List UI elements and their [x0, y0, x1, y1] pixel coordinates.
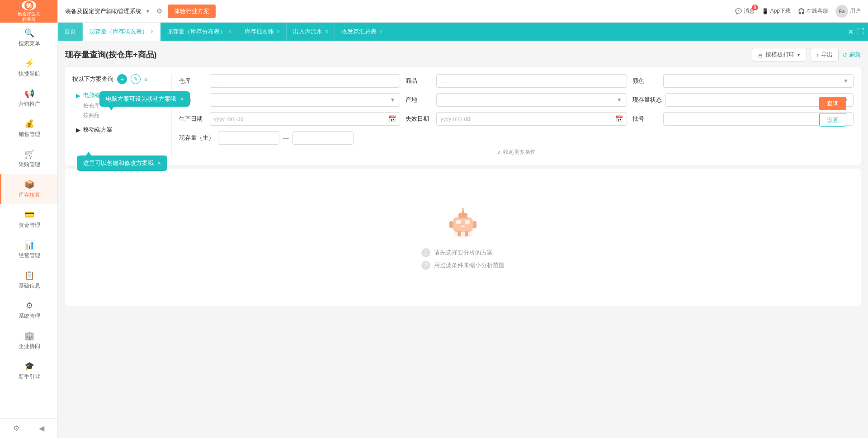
- topbar: 装备及固定资产辅助管理系统 ▼ ⚙ 体验行业方案 💬 消息 8 📱 App下载 …: [58, 0, 868, 23]
- svg-rect-11: [473, 221, 476, 228]
- filter-size: 尺码 ▼: [179, 93, 400, 107]
- filter-arrow-btn[interactable]: «: [144, 75, 148, 83]
- filter-goods: 商品 ...: [406, 74, 627, 88]
- headset-icon: 🎧: [798, 8, 805, 14]
- filter-row-3: 生产日期 yyyy-mm-dd 📅 失效日期 yyyy-mm-dd: [179, 112, 854, 126]
- svg-rect-10: [449, 221, 453, 228]
- sidebar-item-marketing[interactable]: 📢 营销推广: [0, 83, 57, 113]
- sidebar-item-enterprise[interactable]: 🏢 企业协同: [0, 325, 57, 356]
- page-actions: 🖨 按模板打印 ▼ ↑ 导出 ↺ 刷新: [752, 48, 861, 61]
- industry-btn[interactable]: 体验行业方案: [168, 5, 216, 18]
- tab-close-in-out-flow[interactable]: ×: [325, 28, 328, 35]
- sidebar-item-sales[interactable]: 💰 销售管理: [0, 113, 57, 144]
- stock-min-input[interactable]: [218, 131, 279, 145]
- tab-close-inventory-status[interactable]: ×: [151, 28, 154, 35]
- topbar-settings-icon[interactable]: ⚙: [156, 7, 162, 15]
- sidebar-item-operations[interactable]: 📊 经营管理: [0, 235, 57, 265]
- system-selector[interactable]: 装备及固定资产辅助管理系统 ▼: [65, 7, 151, 15]
- tooltip2-close[interactable]: ×: [157, 160, 161, 167]
- scheme-desktop-arrow: ▶: [76, 92, 80, 99]
- printer-icon: 🖨: [758, 52, 764, 58]
- svg-rect-4: [456, 220, 461, 224]
- svg-text:畅: 畅: [26, 2, 32, 9]
- avatar: Ea: [835, 5, 848, 18]
- marketing-icon: 📢: [24, 89, 34, 99]
- filter-panel: 按以下方案查询 + ✎ « 电脑方案可设为移动方案哦 × ▶ 电脑端方案: [65, 67, 861, 165]
- filter-settings-btn[interactable]: 设置: [819, 113, 846, 127]
- sidebar-collapse-btn[interactable]: ◀: [39, 424, 44, 433]
- filter-expire-date: 失效日期 yyyy-mm-dd 📅: [406, 112, 627, 126]
- filter-add-btn[interactable]: +: [117, 74, 127, 84]
- logo-icon: 畅: [22, 0, 36, 10]
- tooltip-desktop-scheme: 电脑方案可设为移动方案哦 ×: [99, 91, 190, 107]
- sidebar-item-guide[interactable]: 🎓 新手引导: [0, 356, 57, 386]
- tab-inventory-dist[interactable]: 现存量（库存分布表） ×: [160, 23, 238, 41]
- tab-home[interactable]: 首页: [58, 23, 83, 41]
- empty-icon: [445, 205, 481, 241]
- scheme-mobile-arrow: ▶: [76, 127, 80, 133]
- collapse-row: ∧ 收起更多条件: [179, 145, 854, 158]
- sidebar-item-basic-info[interactable]: 📋 基础信息: [0, 265, 57, 295]
- svg-rect-5: [465, 220, 470, 224]
- notice-badge: 8: [752, 5, 758, 10]
- collapse-btn[interactable]: ∧ 收起更多条件: [497, 148, 536, 156]
- system-dropdown-icon[interactable]: ▼: [145, 8, 151, 14]
- sidebar-item-quick-nav[interactable]: ⚡ 快捷导航: [0, 53, 57, 83]
- filter-header: 按以下方案查询 + ✎ «: [72, 74, 166, 84]
- svg-point-9: [462, 208, 464, 211]
- inventory-icon: 📦: [24, 179, 34, 189]
- tab-close-receive-send[interactable]: ×: [379, 28, 382, 35]
- tab-close-batch-ledger[interactable]: ×: [277, 28, 280, 35]
- notice-btn[interactable]: 💬 消息 8: [735, 7, 755, 15]
- page-header: 现存量查询(按仓库+商品) 🖨 按模板打印 ▼ ↑ 导出 ↺ 刷新: [65, 48, 861, 61]
- template-print-btn[interactable]: 🖨 按模板打印 ▼: [752, 48, 807, 61]
- tabbar-actions: ✕ ⛶: [844, 28, 868, 36]
- produce-date-input[interactable]: yyyy-mm-dd 📅: [210, 112, 400, 126]
- sidebar-settings-btn[interactable]: ⚙: [13, 424, 19, 433]
- filter-edit-btn[interactable]: ✎: [131, 74, 141, 84]
- tab-in-out-flow[interactable]: 出入库流水 ×: [287, 23, 335, 41]
- sidebar-bottom: ⚙ ◀: [0, 418, 57, 438]
- stock-max-input[interactable]: [292, 131, 354, 145]
- scheme-desktop-sub2[interactable]: 按商品: [72, 111, 166, 120]
- filter-row-2: 尺码 ▼ 产地 ▼: [179, 93, 854, 107]
- svg-rect-8: [462, 210, 464, 214]
- online-service-btn[interactable]: 🎧 在线客服: [798, 7, 828, 15]
- sidebar-item-system[interactable]: ⚙ 系统管理: [0, 295, 57, 325]
- sidebar-item-inventory[interactable]: 📦 库存核算: [0, 174, 57, 204]
- origin-select[interactable]: ▼: [436, 93, 627, 107]
- svg-rect-13: [465, 231, 468, 236]
- logo-label: 畅通好生意 标准版: [18, 11, 40, 22]
- sidebar: 畅 畅通好生意 标准版 🔍 搜索菜单 ⚡ 快捷导航 📢 营销推广 💰 销售管理 …: [0, 0, 58, 438]
- tab-close-all-btn[interactable]: ✕: [848, 28, 854, 36]
- color-select[interactable]: ▼: [663, 74, 854, 88]
- warehouse-input[interactable]: ...: [210, 74, 400, 88]
- tooltip1-close[interactable]: ×: [180, 95, 184, 103]
- tab-receive-send[interactable]: 收发存汇总表 ×: [335, 23, 389, 41]
- tab-close-inventory-dist[interactable]: ×: [228, 28, 231, 35]
- tab-batch-ledger[interactable]: 库存批次账 ×: [238, 23, 287, 41]
- scheme-mobile[interactable]: ▶ 移动端方案: [72, 124, 166, 136]
- tab-inventory-status[interactable]: 现存量（库存状况表） ×: [83, 23, 160, 41]
- enterprise-icon: 🏢: [24, 331, 34, 341]
- topbar-right: 💬 消息 8 📱 App下载 🎧 在线客服 Ea 用户: [735, 5, 861, 18]
- content-area: 现存量查询(按仓库+商品) 🖨 按模板打印 ▼ ↑ 导出 ↺ 刷新: [58, 41, 868, 438]
- sidebar-item-search[interactable]: 🔍 搜索菜单: [0, 23, 57, 53]
- tab-fullscreen-btn[interactable]: ⛶: [857, 28, 864, 36]
- svg-rect-12: [458, 231, 461, 236]
- sidebar-item-purchase[interactable]: 🛒 采购管理: [0, 144, 57, 174]
- sidebar-item-finance[interactable]: 💳 资金管理: [0, 204, 57, 235]
- filter-row-1: 仓库 ... 商品 ...: [179, 74, 854, 88]
- user-menu[interactable]: Ea 用户: [835, 5, 861, 18]
- refresh-btn[interactable]: ↺ 刷新: [842, 51, 861, 59]
- app-download-btn[interactable]: 📱 App下载: [762, 7, 791, 15]
- expire-date-input[interactable]: yyyy-mm-dd 📅: [436, 112, 627, 126]
- guide-icon: 🎓: [24, 361, 34, 371]
- page-title: 现存量查询(按仓库+商品): [65, 49, 157, 60]
- export-btn[interactable]: ↑ 导出: [811, 48, 839, 61]
- size-select[interactable]: ▼: [210, 93, 400, 107]
- svg-rect-3: [453, 217, 473, 232]
- query-btn[interactable]: 查询: [819, 97, 846, 110]
- empty-state: 1 请先选择要分析的方案 2 用过滤条件来缩小分析范围: [65, 169, 861, 306]
- goods-input[interactable]: ...: [436, 74, 627, 88]
